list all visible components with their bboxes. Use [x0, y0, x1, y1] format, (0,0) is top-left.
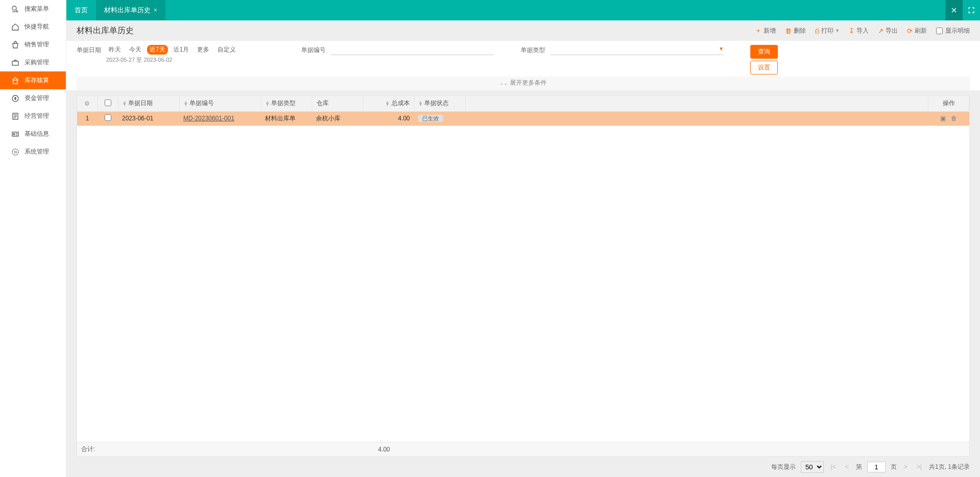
add-button[interactable]: ＋新增: [755, 26, 776, 35]
doc-no-link[interactable]: MD-20230601-001: [183, 115, 234, 122]
total-row: 合计: 4.00: [77, 442, 969, 456]
close-icon[interactable]: ×: [154, 7, 157, 14]
data-table: ⚙ ▲▼单据日期 ▲▼单据编号 ▲▼单据类型 仓库 ▲▼总成本 ▲▼单据状态 操…: [77, 95, 970, 457]
search-button[interactable]: 查询: [750, 45, 778, 59]
import-button[interactable]: ↧导入: [849, 27, 869, 35]
card-icon: [11, 130, 19, 138]
sort-icon: ▲▼: [419, 101, 423, 106]
page-size-select[interactable]: 50: [801, 461, 824, 473]
fullscreen-button[interactable]: [963, 0, 980, 20]
delete-row-icon[interactable]: 🗑: [951, 115, 957, 122]
export-icon: ↗: [878, 27, 884, 35]
show-detail-input[interactable]: [936, 28, 943, 34]
show-detail-checkbox[interactable]: 显示明细: [936, 27, 970, 35]
sidebar-item-search-menu[interactable]: 搜索菜单: [0, 0, 66, 18]
import-icon: ↧: [849, 27, 854, 35]
sidebar-item-business[interactable]: 经营管理: [0, 107, 66, 125]
last-page-button[interactable]: >|: [915, 463, 924, 470]
page-title: 材料出库单历史: [77, 26, 134, 36]
sidebar-item-label: 搜索菜单: [24, 5, 49, 13]
print-button[interactable]: ⎙打印▼: [815, 27, 840, 35]
bag-icon: [11, 41, 19, 49]
sidebar-item-funds[interactable]: 资金管理: [0, 89, 66, 107]
expand-filters-button[interactable]: ⌄⌄展开更多条件: [77, 77, 970, 90]
cell-totalcost: 4.00: [363, 111, 414, 125]
chip-more[interactable]: 更多: [194, 45, 212, 55]
table-row[interactable]: 1 2023-06-01 MD-20230601-001 材料出库单 余杭小库 …: [77, 111, 969, 125]
clipboard-icon: [11, 112, 19, 120]
filter-panel: 单据日期 昨天 今天 近7天 近1月 更多 自定义 2023-05-27 至 2…: [66, 41, 980, 90]
tabbar: 首页 材料出库单历史 ×: [66, 0, 980, 20]
select-all-checkbox[interactable]: [105, 99, 111, 106]
chip-last7[interactable]: 近7天: [147, 45, 168, 55]
sort-icon: ▲▼: [385, 101, 390, 106]
refresh-button[interactable]: ⟳刷新: [907, 27, 927, 35]
print-icon: ⎙: [815, 27, 819, 35]
svg-line-1: [16, 10, 17, 11]
gear-dash-icon: [11, 148, 19, 156]
sidebar: 搜索菜单 快捷导航 销售管理 采购管理 库存核算 资金管理 经营管理 基础信息: [0, 0, 66, 477]
sidebar-item-system[interactable]: 系统管理: [0, 143, 66, 161]
chip-custom[interactable]: 自定义: [215, 45, 238, 55]
col-check: [97, 96, 118, 111]
sidebar-item-quick-nav[interactable]: 快捷导航: [0, 18, 66, 36]
coin-icon: [11, 94, 19, 103]
page-input[interactable]: [867, 462, 886, 472]
tab-material-outbound-history[interactable]: 材料出库单历史 ×: [96, 0, 165, 20]
per-page-label: 每页显示: [771, 463, 796, 471]
total-cost-value: 4.00: [352, 446, 390, 453]
close-tab-button[interactable]: [945, 0, 963, 20]
sidebar-item-basic-info[interactable]: 基础信息: [0, 125, 66, 143]
gear-icon: ⚙: [84, 100, 90, 107]
status-badge: 已生效: [418, 115, 443, 122]
chevron-down-icon[interactable]: ▼: [719, 46, 724, 52]
col-blank: [465, 96, 928, 111]
sidebar-item-label: 基础信息: [24, 130, 49, 138]
doc-no-input[interactable]: [331, 45, 494, 55]
pagination: 每页显示 50 |< < 第 页 > >| 共1页, 1条记录: [66, 457, 980, 477]
sidebar-item-inventory[interactable]: 库存核算: [0, 71, 66, 89]
doc-type-select[interactable]: [550, 45, 724, 55]
next-page-button[interactable]: >: [902, 463, 910, 470]
chevron-down-icon: ▼: [835, 28, 840, 33]
svg-point-15: [14, 151, 16, 153]
prev-page-button[interactable]: <: [843, 463, 851, 470]
chip-today[interactable]: 今天: [127, 45, 144, 55]
sort-icon: ▲▼: [122, 101, 127, 106]
sidebar-item-purchase[interactable]: 采购管理: [0, 54, 66, 71]
chip-yesterday[interactable]: 昨天: [106, 45, 124, 55]
filter-doctype-label: 单据类型: [521, 45, 545, 55]
sort-icon: ▲▼: [184, 101, 188, 106]
export-button[interactable]: ↗导出: [878, 27, 898, 35]
tab-label: 首页: [75, 6, 88, 15]
sidebar-item-label: 销售管理: [24, 40, 49, 49]
sidebar-item-label: 采购管理: [24, 58, 49, 67]
sidebar-item-label: 资金管理: [24, 94, 49, 103]
briefcase-icon: [11, 59, 19, 67]
sidebar-item-sales[interactable]: 销售管理: [0, 36, 66, 54]
svg-rect-4: [13, 80, 17, 84]
col-gear[interactable]: ⚙: [77, 96, 97, 111]
col-date[interactable]: ▲▼单据日期: [118, 96, 179, 111]
col-status[interactable]: ▲▼单据状态: [414, 96, 465, 111]
tab-label: 材料出库单历史: [104, 6, 151, 15]
trash-icon: 🗑: [785, 27, 792, 35]
view-icon[interactable]: ▣: [940, 115, 946, 122]
settings-button[interactable]: 设置: [750, 61, 778, 74]
svg-point-11: [13, 133, 15, 135]
tab-home[interactable]: 首页: [66, 0, 96, 20]
row-checkbox[interactable]: [105, 114, 111, 121]
filter-docno-label: 单据编号: [301, 45, 326, 55]
col-docno[interactable]: ▲▼单据编号: [179, 96, 261, 111]
date-range-text: 2023-05-27 至 2023-06-02: [106, 56, 238, 64]
delete-button[interactable]: 🗑删除: [785, 27, 806, 35]
col-doctype[interactable]: ▲▼单据类型: [261, 96, 312, 111]
refresh-icon: ⟳: [907, 27, 913, 35]
cell-warehouse: 余杭小库: [312, 111, 363, 125]
sort-icon: ▲▼: [265, 101, 270, 106]
first-page-button[interactable]: |<: [829, 463, 838, 470]
chip-last-month[interactable]: 近1月: [171, 45, 192, 55]
svg-rect-3: [12, 61, 18, 65]
col-warehouse[interactable]: 仓库: [312, 96, 363, 111]
col-totalcost[interactable]: ▲▼总成本: [363, 96, 414, 111]
